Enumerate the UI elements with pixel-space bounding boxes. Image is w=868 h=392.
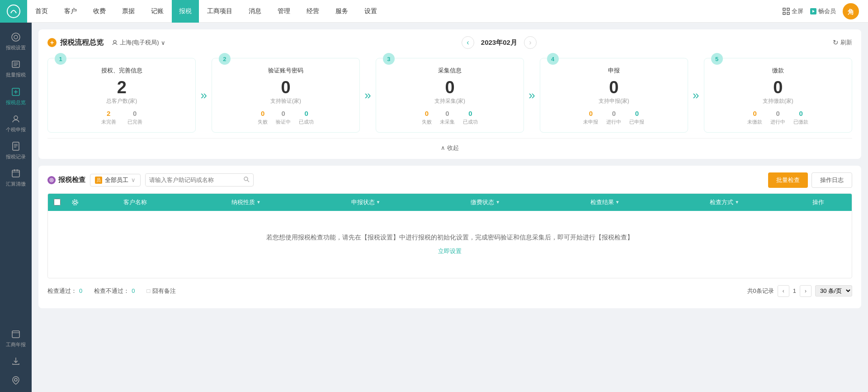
note-icon: □ — [146, 287, 150, 294]
step-badge-4: 4 — [547, 53, 559, 65]
svg-point-30 — [14, 378, 17, 381]
card-number-1: 2 — [55, 78, 189, 97]
page-first-button[interactable]: ‹ — [778, 285, 789, 297]
nav-item-bookkeeping[interactable]: 记账 — [143, 0, 172, 23]
nav-item-operation[interactable]: 经营 — [298, 0, 327, 23]
stat-3-0: 0 失败 — [422, 110, 432, 125]
card-title-3: 采集信息 — [383, 67, 517, 75]
avatar[interactable]: 角 — [843, 3, 859, 19]
personal-tax-icon — [10, 114, 21, 124]
per-page-select[interactable]: 30 条/页 — [815, 285, 852, 296]
person-icon — [112, 39, 118, 46]
card-title-4: 申报 — [547, 67, 681, 75]
nav-item-fee[interactable]: 收费 — [85, 0, 114, 23]
th-pay-status[interactable]: 缴费状态 ▼ — [425, 194, 545, 211]
nav-item-manage[interactable]: 管理 — [269, 0, 298, 23]
sidebar-item-download[interactable] — [0, 351, 32, 370]
th-declare-status[interactable]: 申报状态 ▼ — [306, 194, 426, 211]
th-check-result[interactable]: 检查结果 ▼ — [545, 194, 665, 211]
sidebar-label-business-annual: 工商年报 — [6, 341, 26, 348]
nav-item-message[interactable]: 消息 — [241, 0, 269, 23]
next-month-button[interactable]: › — [524, 36, 537, 49]
emp-badge-icon: 员 — [95, 177, 102, 184]
flow-overview-section: + 报税流程总览 上海(电子税局) ∨ ‹ 2023年02月 › ↻ 刷新 — [38, 29, 861, 159]
prev-month-button[interactable]: ‹ — [462, 36, 474, 49]
svg-rect-19 — [13, 142, 19, 150]
nav-item-tax[interactable]: 报税 — [172, 0, 199, 23]
settings-icon[interactable] — [70, 199, 80, 206]
svg-point-32 — [244, 177, 248, 181]
check-title: ◎ 报税检查 — [47, 176, 85, 184]
refresh-button[interactable]: ↻ 刷新 — [833, 38, 852, 47]
annual-tax-icon — [10, 168, 21, 179]
pass-label: 检查通过： — [47, 287, 77, 295]
member-button[interactable]: 畅会员 — [810, 7, 836, 15]
svg-rect-3 — [783, 12, 785, 14]
card-subtitle-1: 总客户数(家) — [55, 97, 189, 105]
employee-filter[interactable]: 员 全部员工 ∨ — [90, 174, 141, 186]
sidebar-item-batch-tax[interactable]: 批量报税 — [0, 54, 32, 81]
location-label: 上海(电子税局) — [120, 38, 159, 47]
sidebar-label-tax-settings: 报税设置 — [6, 44, 26, 51]
nav-item-home[interactable]: 首页 — [27, 0, 56, 23]
nav-item-settings[interactable]: 设置 — [356, 0, 385, 23]
card-arrow-3: » — [524, 58, 539, 133]
sidebar-item-tax-overview[interactable]: 报税总览 — [0, 82, 32, 109]
table-checkbox-all[interactable] — [53, 199, 61, 206]
stat-4-0: 0 未申报 — [583, 110, 598, 125]
sidebar-item-annual-tax[interactable]: 汇算清缴 — [0, 163, 32, 191]
page-next-button[interactable]: › — [800, 285, 811, 297]
search-icon[interactable] — [240, 174, 253, 186]
tax-settings-icon — [10, 32, 21, 43]
total-records: 共0条记录 — [747, 287, 774, 295]
sidebar-label-tax-record: 报税记录 — [6, 153, 26, 160]
collapse-button[interactable]: ∧ 收起 — [441, 144, 459, 152]
card-arrow-4: » — [688, 58, 703, 133]
nav-item-service[interactable]: 服务 — [327, 0, 356, 23]
page-number: 1 — [793, 287, 796, 294]
pagination: 共0条记录 ‹ 1 › 30 条/页 — [747, 285, 852, 297]
nav-item-client[interactable]: 客户 — [56, 0, 85, 23]
month-label: 2023年02月 — [481, 38, 517, 47]
th-check-method[interactable]: 检查方式 ▼ — [665, 194, 784, 211]
stat-1-0: 2 未完善 — [101, 110, 116, 125]
fullscreen-button[interactable]: 全屏 — [783, 7, 803, 15]
svg-rect-27 — [12, 331, 19, 338]
flow-card-1: 1 授权、完善信息 2 总客户数(家) 2 未完善 0 已完善 — [47, 58, 196, 133]
stat-2-2: 0 已成功 — [299, 110, 314, 125]
flow-card-2: 2 验证账号密码 0 支持验证(家) 0 失败 0 验证中 — [212, 58, 360, 133]
search-input[interactable] — [146, 174, 240, 186]
nav-item-invoice[interactable]: 票据 — [114, 0, 143, 23]
pass-count[interactable]: 0 — [79, 287, 82, 294]
svg-rect-4 — [787, 12, 789, 14]
flow-card-3: 3 采集信息 0 支持采集(家) 0 失败 0 未采集 — [376, 58, 524, 133]
svg-point-10 — [14, 35, 18, 39]
sidebar-item-location[interactable] — [0, 370, 32, 392]
sidebar-label-personal-tax: 个税申报 — [6, 126, 26, 133]
sidebar-item-tax-record[interactable]: 报税记录 — [0, 136, 32, 163]
refresh-label: 刷新 — [840, 38, 852, 47]
th-client-name: 客户名称 — [84, 194, 186, 211]
sidebar-item-business-annual[interactable]: 工商年报 — [0, 324, 32, 351]
card-title-2: 验证账号密码 — [219, 67, 353, 75]
purple-circle-icon: ◎ — [47, 176, 56, 184]
svg-line-33 — [247, 180, 249, 182]
tax-overview-icon — [10, 86, 21, 97]
employee-filter-label: 全部员工 — [105, 176, 128, 184]
location-tag[interactable]: 上海(电子税局) ∨ — [112, 38, 165, 47]
card-subtitle-4: 支持申报(家) — [547, 97, 681, 105]
stat-3-2: 0 已成功 — [463, 110, 478, 125]
th-tax-nature[interactable]: 纳税性质 ▼ — [186, 194, 306, 211]
sidebar-item-personal-tax[interactable]: 个税申报 — [0, 109, 32, 136]
flow-card-4: 4 申报 0 支持申报(家) 0 未申报 0 进行中 — [540, 58, 688, 133]
sidebar-item-tax-settings[interactable]: 报税设置 — [0, 26, 32, 54]
card-number-2: 0 — [219, 78, 353, 97]
sidebar-label-tax-overview: 报税总览 — [6, 99, 26, 105]
fail-count[interactable]: 0 — [132, 287, 135, 294]
batch-check-button[interactable]: 批量检查 — [768, 172, 808, 188]
nav-item-business[interactable]: 工商项目 — [199, 0, 241, 23]
setup-link[interactable]: 立即设置 — [438, 248, 462, 254]
step-badge-3: 3 — [383, 53, 395, 65]
operation-log-button[interactable]: 操作日志 — [811, 172, 852, 188]
step-badge-2: 2 — [219, 53, 231, 65]
